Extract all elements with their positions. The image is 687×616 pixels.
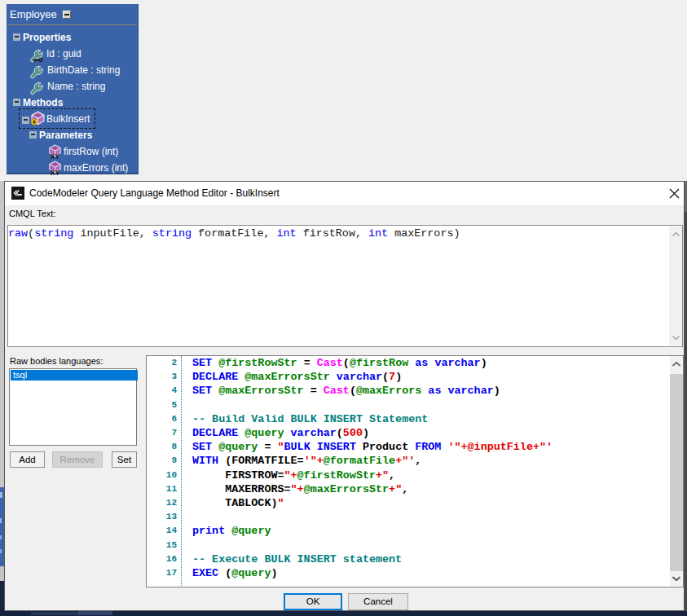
svg-text:XY: XY <box>50 169 59 176</box>
svg-text:XY: XY <box>50 152 59 160</box>
